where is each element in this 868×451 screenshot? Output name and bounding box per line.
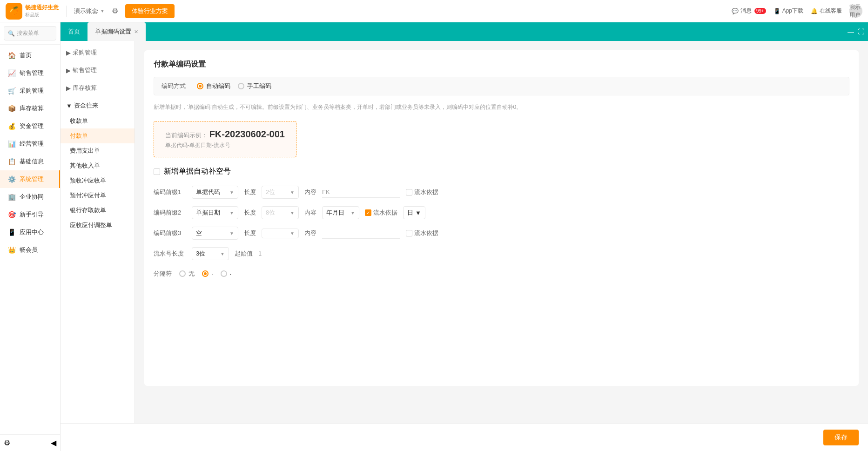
sidebar-item-apps[interactable]: 📱 应用中心 [0,223,60,241]
prefix2-serial-check[interactable]: ✓ 流水依据 [365,209,397,217]
submenu-item-prepay-receive[interactable]: 预收冲应收单 [61,173,135,188]
prefix2-day-value: 日 [407,209,413,217]
tab-coding-label: 单据编码设置 [95,27,131,36]
radio-manual[interactable]: 手工编码 [238,82,271,90]
separator-label: 分隔符 [154,269,172,278]
message-icon: 💬 [732,8,739,14]
download-icon: 📱 [774,8,781,14]
auto-fill-checkbox[interactable] [154,168,160,175]
prefix2-select[interactable]: 单据日期 ▼ [192,206,238,219]
minimize-icon[interactable]: — [848,28,854,35]
auto-fill-label: 新增单据自动补空号 [164,167,231,176]
prefix1-length-select[interactable]: 2位 ▼ [262,186,299,199]
maximize-icon[interactable]: ⛶ [858,28,864,35]
submenu-group-purchase: ▶ 采购管理 [61,45,135,61]
submenu-sales-header[interactable]: ▶ 销售管理 [61,62,135,78]
sidebar-item-home-label: 首页 [20,51,32,60]
tab-home-label: 首页 [68,27,80,36]
prefix3-content-input[interactable] [322,228,400,239]
search-button[interactable]: 🔍 搜索菜单 [4,26,56,40]
sidebar-item-inventory[interactable]: 📦 库存核算 [0,100,60,117]
sidebar-item-sales[interactable]: 📈 销售管理 [0,64,60,82]
tab-bar-actions: — ⛶ [848,28,868,35]
prefix1-caret-icon: ▼ [229,190,234,195]
prefix3-length-select[interactable]: ▼ [262,229,299,238]
member-icon: 👑 [7,246,16,254]
app-download-action[interactable]: 📱 App下载 [774,7,803,15]
prefix1-select[interactable]: 单据代码 ▼ [192,186,238,199]
submenu-item-prepay-pay[interactable]: 预付冲应付单 [61,188,135,203]
submenu-group-inv: ▶ 库存核算 [61,80,135,96]
prefix2-day-select[interactable]: 日 ▼ [403,206,425,219]
sidebar-nav: 🏠 首页 📈 销售管理 🛒 采购管理 📦 库存核算 💰 资金管理 📊 经 [0,45,60,434]
submenu-purchase-expand: ▶ [66,49,71,56]
message-action[interactable]: 💬 消息 99+ [732,7,766,15]
prefix3-serial-checkbox[interactable] [406,230,412,236]
prefix2-length-value: 8位 [266,209,275,217]
config-row-2: 编码前缀2 单据日期 ▼ 长度 8位 ▼ 内容 年月日 [154,206,849,219]
start-value-input[interactable] [258,248,336,259]
separator-dash[interactable]: · [221,270,232,277]
prefix2-caret-icon: ▼ [229,210,234,215]
sidebar-item-purchase[interactable]: 🛒 采购管理 [0,82,60,100]
submenu-item-receipt[interactable]: 收款单 [61,114,135,128]
prefix1-serial-checkbox[interactable] [406,189,412,195]
sidebar-item-corp[interactable]: 🏢 企业协同 [0,188,60,206]
prefix1-serial-check[interactable]: 流水依据 [406,188,438,196]
separator-dot[interactable]: · [202,270,213,277]
prefix2-content-select[interactable]: 年月日 ▼ [322,206,359,219]
submenu-item-prepay-pay-label: 预付冲应付单 [70,192,106,199]
prefix3-caret-icon: ▼ [229,231,234,236]
save-button[interactable]: 保存 [823,430,859,445]
collapse-icon[interactable]: ◀ [51,438,56,447]
settings-icon[interactable]: ⚙ [108,5,121,18]
prefix2-serial-checkbox[interactable]: ✓ [365,209,371,216]
system-icon: ⚙️ [7,175,16,183]
submenu-purchase-header[interactable]: ▶ 采购管理 [61,45,135,61]
tab-coding[interactable]: 单据编码设置 ✕ [87,22,146,41]
submenu-item-bank[interactable]: 银行存取款单 [61,203,135,218]
submenu-inv-header[interactable]: ▶ 库存核算 [61,80,135,96]
prefix3-select[interactable]: 空 ▼ [192,227,238,240]
prefix3-length-caret: ▼ [290,231,295,236]
company-selector[interactable]: 演示账套 ▼ [74,7,105,15]
serial-length-label: 流水号长度 [154,249,186,258]
submenu-capital-header[interactable]: ▼ 资金往来 [61,98,135,114]
settings-bottom-icon[interactable]: ⚙ [4,438,10,447]
apps-icon: 📱 [7,228,16,236]
sidebar-item-home[interactable]: 🏠 首页 [0,47,60,64]
tab-close-icon[interactable]: ✕ [134,29,138,35]
submenu-purchase-label: 采购管理 [73,48,97,57]
sidebar-item-finance[interactable]: 💰 资金管理 [0,117,60,135]
basic-icon: 📋 [7,157,16,166]
header-left: 🍊 畅捷通好生意 标品版 演示账套 ▼ ⚙ 体验行业方案 [6,3,175,20]
user-name: 演示用户 [849,3,862,19]
sidebar-item-operation[interactable]: 📊 经营管理 [0,135,60,153]
submenu-item-other-income[interactable]: 其他收入单 [61,158,135,173]
submenu-item-expense[interactable]: 费用支出单 [61,143,135,158]
prefix1-content-input[interactable] [322,187,400,198]
avatar[interactable]: 演示用户 [849,5,862,18]
sidebar-item-finance-label: 资金管理 [20,122,44,130]
submenu-item-adjust[interactable]: 应收应付调整单 [61,218,135,233]
main-layout: 🔍 搜索菜单 🏠 首页 📈 销售管理 🛒 采购管理 📦 库存核算 💰 [0,22,868,451]
online-service-action[interactable]: 🔔 在线客服 [811,7,842,15]
sidebar-item-member[interactable]: 👑 畅会员 [0,241,60,259]
sidebar-item-guide[interactable]: 🎯 新手引导 [0,206,60,223]
prefix2-label: 编码前缀2 [154,209,186,217]
sidebar-item-system[interactable]: ⚙️ 系统管理 [0,170,60,188]
preview-desc: 单据代码-单据日期-流水号 [165,141,285,149]
separator-dash-circle [221,270,227,277]
separator-dash-label: · [230,270,232,277]
trial-button[interactable]: 体验行业方案 [125,4,175,18]
submenu-capital-expand: ▼ [66,102,72,109]
prefix3-serial-check[interactable]: 流水依据 [406,229,438,237]
radio-auto[interactable]: 自动编码 [197,82,230,90]
serial-length-select[interactable]: 3位 ▼ [192,247,229,260]
sidebar-item-basic[interactable]: 📋 基础信息 [0,153,60,170]
separator-none[interactable]: 无 [179,269,195,278]
prefix2-length-select[interactable]: 8位 ▼ [262,206,299,219]
submenu-item-payment[interactable]: 付款单 [61,128,135,143]
submenu-inv-label: 库存核算 [73,84,97,92]
tab-home[interactable]: 首页 [61,22,87,41]
